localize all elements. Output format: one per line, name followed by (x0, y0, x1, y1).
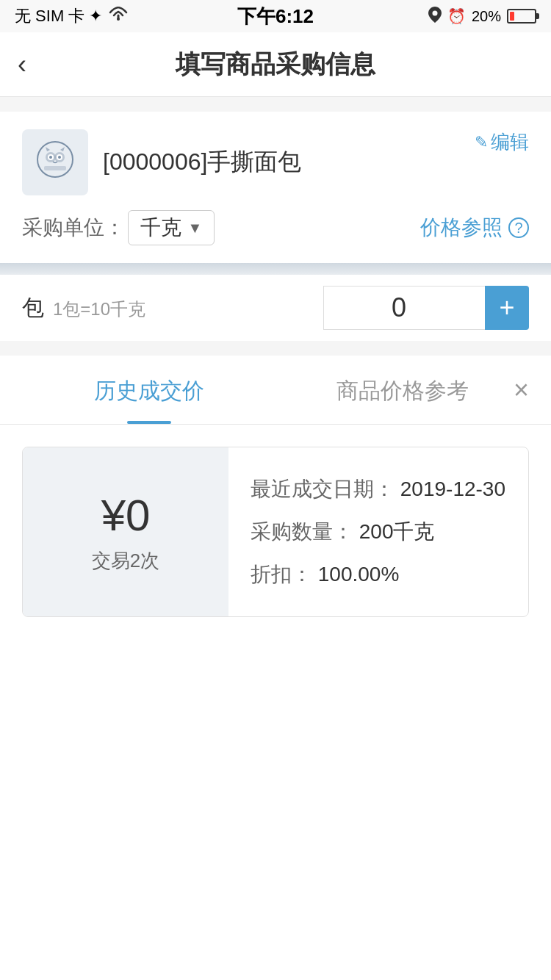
location-icon (428, 7, 442, 26)
unit-label-group: 采购单位： 千克 ▼ (22, 210, 215, 245)
status-time: 下午6:12 (237, 4, 314, 29)
quantity-unit-label: 包 (22, 293, 44, 323)
edit-label: 编辑 (491, 129, 529, 155)
discount-label: 折扣： (251, 563, 312, 586)
back-button[interactable]: ‹ (18, 49, 26, 80)
sim-status: 无 SIM 卡 ✦ (15, 5, 102, 27)
status-right: ⏰ 20% (428, 7, 536, 26)
tab-history-price[interactable]: 历史成交价 (22, 356, 276, 424)
recent-date-line: 最近成交日期： 2019-12-30 (251, 474, 506, 505)
trade-count: 交易2次 (92, 548, 159, 574)
page-title: 填写商品采购信息 (176, 48, 375, 82)
status-bar: 无 SIM 卡 ✦ 下午6:12 ⏰ 20% (0, 0, 551, 32)
unit-select[interactable]: 千克 ▼ (128, 210, 215, 245)
currency-symbol: ¥ (101, 491, 126, 540)
edit-button[interactable]: ✎ 编辑 (475, 129, 529, 155)
quantity-plus-button[interactable]: + (485, 286, 529, 330)
product-header: [0000006]手撕面包 ✎ 编辑 (22, 129, 529, 195)
battery-percent: 20% (472, 8, 501, 25)
status-left: 无 SIM 卡 ✦ (15, 5, 129, 27)
empty-area (0, 639, 551, 980)
price-ref-help-icon: ? (508, 217, 529, 238)
quantity-input-group: + (323, 286, 529, 330)
svg-point-1 (432, 10, 437, 15)
tab-section: 历史成交价 商品价格参考 × ¥0 交易2次 最近成交日期： 2019-12-3… (0, 356, 551, 639)
tab-history-label: 历史成交价 (94, 378, 204, 403)
purchase-qty-label: 采购数量： (251, 520, 353, 543)
tab-close-button[interactable]: × (514, 377, 529, 403)
purchase-qty-value: 200千克 (359, 520, 435, 543)
wifi-icon (108, 7, 129, 26)
quantity-row: 包 1包=10千克 + (0, 275, 551, 341)
svg-rect-9 (44, 166, 66, 170)
unit-dropdown-icon: ▼ (187, 220, 202, 237)
battery-icon (507, 9, 536, 24)
price-value: 0 (126, 491, 150, 540)
price-ref-label: 价格参照 (420, 214, 503, 242)
card-details-area: 最近成交日期： 2019-12-30 采购数量： 200千克 折扣： 100.0… (228, 447, 528, 616)
section-divider (0, 263, 551, 275)
unit-label: 采购单位： (22, 216, 125, 239)
tab-content: ¥0 交易2次 最近成交日期： 2019-12-30 采购数量： 200千克 折… (0, 425, 551, 639)
product-left: [0000006]手撕面包 (22, 129, 301, 195)
product-name: [0000006]手撕面包 (103, 147, 301, 178)
price-reference-button[interactable]: 价格参照 ? (420, 214, 529, 242)
unit-value: 千克 (140, 214, 181, 242)
tab-price-ref-label: 商品价格参考 (336, 378, 469, 403)
recent-date-value: 2019-12-30 (400, 478, 505, 500)
card-price-area: ¥0 交易2次 (23, 447, 228, 616)
product-logo-icon (37, 141, 73, 184)
alarm-icon: ⏰ (447, 7, 466, 25)
quantity-input[interactable] (323, 286, 485, 330)
svg-point-8 (58, 156, 61, 159)
quantity-label-group: 包 1包=10千克 (22, 293, 145, 323)
purchase-qty-line: 采购数量： 200千克 (251, 516, 506, 547)
svg-point-7 (49, 156, 52, 159)
product-unit-row: 采购单位： 千克 ▼ 价格参照 ? (22, 210, 529, 245)
discount-value: 100.00% (318, 563, 400, 586)
recent-date-label: 最近成交日期： (251, 478, 395, 500)
price-display: ¥0 (101, 490, 151, 541)
product-section: [0000006]手撕面包 ✎ 编辑 采购单位： 千克 ▼ 价格参照 ? (0, 112, 551, 263)
tab-header: 历史成交价 商品价格参考 × (0, 356, 551, 425)
product-thumbnail (22, 129, 88, 195)
nav-bar: ‹ 填写商品采购信息 (0, 32, 551, 97)
history-card: ¥0 交易2次 最近成交日期： 2019-12-30 采购数量： 200千克 折… (22, 447, 529, 617)
tab-price-reference[interactable]: 商品价格参考 (276, 356, 529, 424)
svg-point-0 (117, 18, 120, 21)
edit-icon: ✎ (475, 133, 488, 152)
quantity-conversion-text: 1包=10千克 (53, 298, 145, 321)
discount-line: 折扣： 100.00% (251, 559, 506, 590)
